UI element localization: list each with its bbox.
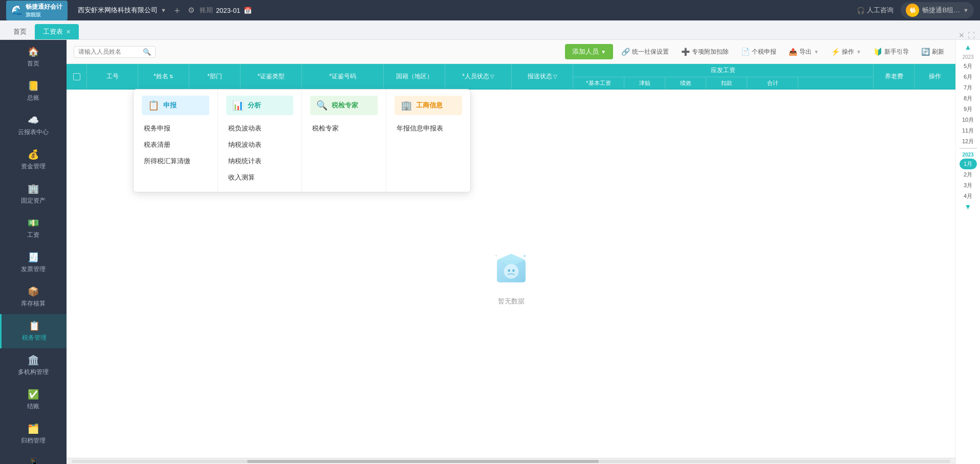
timeline-month-1[interactable]: 1月 <box>960 159 977 169</box>
scroll-thumb[interactable] <box>247 460 599 463</box>
tab-home[interactable]: 首页 <box>5 24 35 39</box>
sidebar-label-ledger: 总账 <box>27 94 39 102</box>
add-company-icon[interactable]: ＋ <box>171 5 183 16</box>
sidebar-label-tax: 税务管理 <box>22 334 47 342</box>
th-allowance: 津贴 <box>624 77 665 89</box>
svg-rect-3 <box>508 269 510 272</box>
sidebar-item-home[interactable]: 🏠 首页 <box>0 40 67 74</box>
name-sort-icon: ⇅ <box>169 74 173 79</box>
timeline-month-10[interactable]: 10月 <box>960 115 977 125</box>
operate-label: 操作 <box>842 48 854 56</box>
timeline-month-3[interactable]: 3月 <box>960 180 977 191</box>
popup-title-shenbao: 申报 <box>163 101 177 110</box>
popup-item-income-calc[interactable]: 收入测算 <box>226 169 294 186</box>
close-icon[interactable]: ✕ <box>66 29 71 35</box>
popup-item-tax-burden[interactable]: 税负波动表 <box>226 120 294 137</box>
popup-item-tax-declare[interactable]: 税务申报 <box>142 120 209 137</box>
popup-header-shuijian: 🔍 税检专家 <box>310 96 378 115</box>
service-button[interactable]: 🎧 人工咨询 <box>857 6 894 15</box>
sidebar-item-archive[interactable]: 🗂️ 归档管理 <box>0 417 67 451</box>
checkbox-header[interactable] <box>67 64 87 89</box>
popup-item-tax-table[interactable]: 税表清册 <box>142 137 209 153</box>
popup-item-tax-stats[interactable]: 纳税统计表 <box>226 153 294 169</box>
timeline-month-2[interactable]: 2月 <box>960 169 977 180</box>
sidebar-item-xiaochang[interactable]: 📱 小畅报销 <box>0 451 67 464</box>
annual-report-label: 年报信息申报表 <box>397 124 443 132</box>
settings-icon[interactable]: ⚙ <box>188 6 194 15</box>
sidebar-label-inventory: 库存核算 <box>21 299 46 308</box>
new-guide-button[interactable]: 🔰 新手引导 <box>869 46 913 58</box>
sidebar-item-inventory[interactable]: 📦 库存核算 <box>0 280 67 314</box>
timeline-month-9[interactable]: 9月 <box>960 104 977 115</box>
sidebar: 🏠 首页 📒 总账 ☁️ 云报表中心 💰 资金管理 🏢 固定资产 💵 工资 🧾 … <box>0 40 67 464</box>
svg-text:✦: ✦ <box>495 254 497 257</box>
status-filter-icon[interactable]: ▽ <box>490 74 494 79</box>
shuijian-icon: 🔍 <box>316 100 328 111</box>
timeline-month-12[interactable]: 12月 <box>960 136 977 147</box>
th-group-salary: 应发工资 *基本工资 津贴 绩效 扣款 合计 <box>573 64 874 89</box>
main-layout: 🏠 首页 📒 总账 ☁️ 云报表中心 💰 资金管理 🏢 固定资产 💵 工资 🧾 … <box>0 40 980 464</box>
popup-item-tax-expert[interactable]: 税检专家 <box>310 120 378 137</box>
th-total: 合计 <box>747 77 798 89</box>
invoice-icon: 🧾 <box>28 252 39 263</box>
popup-header-gongshang: 🏢 工商信息 <box>395 96 463 115</box>
refresh-button[interactable]: 🔄 刷新 <box>917 46 948 58</box>
popup-item-tax-payment[interactable]: 纳税波动表 <box>226 137 294 153</box>
export-button[interactable]: 📤 导出 ▼ <box>785 46 823 58</box>
th-id-number: *证鉴号码 <box>302 64 384 89</box>
app-title: 畅捷通好会计 <box>26 3 62 11</box>
group-salary-sub: *基本工资 津贴 绩效 扣款 合计 <box>573 77 873 89</box>
refresh-label: 刷新 <box>932 48 944 56</box>
timeline-year-prev: 2023 <box>962 54 973 60</box>
timeline-month-6[interactable]: 6月 <box>960 72 977 82</box>
svg-rect-4 <box>512 269 514 272</box>
timeline-month-5[interactable]: 5月 <box>960 61 977 72</box>
th-action: 操作 <box>914 64 955 89</box>
sidebar-item-tax[interactable]: 📋 税务管理 <box>0 314 67 348</box>
sidebar-item-multi[interactable]: 🏛️ 多机构管理 <box>0 348 67 383</box>
window-close-icon[interactable]: ✕ <box>959 31 965 39</box>
tax-report-button[interactable]: 📄 个税申报 <box>737 46 780 58</box>
report-filter-icon[interactable]: ▽ <box>553 74 557 79</box>
company-selector[interactable]: 西安虾米网络科技有限公司 ▼ <box>78 6 166 15</box>
timeline-month-11[interactable]: 11月 <box>960 125 977 136</box>
tab-salary[interactable]: 工资表 ✕ <box>35 24 79 39</box>
th-performance: 绩效 <box>665 77 706 89</box>
sidebar-item-settle[interactable]: ✅ 结账 <box>0 383 67 417</box>
special-deduction-button[interactable]: ➕ 专项附加扣除 <box>677 46 733 58</box>
operate-button[interactable]: ⚡ 操作 ▼ <box>827 46 865 58</box>
sidebar-item-fund[interactable]: 💰 资金管理 <box>0 143 67 177</box>
sidebar-item-ledger[interactable]: 📒 总账 <box>0 74 67 108</box>
timeline-month-8[interactable]: 8月 <box>960 93 977 104</box>
select-all-checkbox[interactable] <box>73 73 80 80</box>
timeline-up-icon[interactable]: ▲ <box>964 42 973 52</box>
popup-col-gongshang: 🏢 工商信息 年报信息申报表 <box>386 90 471 192</box>
timeline-month-4[interactable]: 4月 <box>960 191 977 202</box>
timeline-month-7[interactable]: 7月 <box>960 82 977 93</box>
horizontal-scrollbar[interactable] <box>72 460 950 463</box>
topbar-right: 🎧 人工咨询 畅 畅捷通B组… ▼ <box>857 2 974 18</box>
popup-item-income-settlement[interactable]: 所得税汇算清缴 <box>142 153 209 169</box>
popup-item-annual-report[interactable]: 年报信息申报表 <box>395 120 463 137</box>
search-input[interactable] <box>78 48 140 55</box>
calendar-icon: 📅 <box>244 7 252 14</box>
period-selector[interactable]: 账期 2023-01 📅 <box>200 6 252 15</box>
timeline-down-icon[interactable]: ▼ <box>964 202 973 212</box>
sidebar-item-cloud[interactable]: ☁️ 云报表中心 <box>0 108 67 143</box>
salary-icon: 💵 <box>28 217 39 229</box>
sidebar-label-cloud: 云报表中心 <box>18 128 49 137</box>
add-people-dropdown-icon: ▼ <box>601 49 606 55</box>
popup-header-fenxi: 📊 分析 <box>226 96 294 115</box>
popup-grid: 📋 申报 税务申报 税表清册 所得税汇算清缴 <box>134 90 470 192</box>
company-name: 西安虾米网络科技有限公司 <box>78 6 158 15</box>
sidebar-item-invoice[interactable]: 🧾 发票管理 <box>0 246 67 280</box>
sidebar-item-assets[interactable]: 🏢 固定资产 <box>0 177 67 211</box>
social-insurance-button[interactable]: 🔗 统一社保设置 <box>617 46 673 58</box>
archive-icon: 🗂️ <box>28 423 39 434</box>
sidebar-item-salary[interactable]: 💵 工资 <box>0 211 67 246</box>
add-people-button[interactable]: 添加人员 ▼ <box>565 44 613 59</box>
user-info[interactable]: 畅 畅捷通B组… ▼ <box>901 2 974 18</box>
cloud-icon: ☁️ <box>28 115 39 126</box>
window-maximize-icon[interactable]: ⛶ <box>968 31 975 39</box>
xiaochang-icon: 📱 <box>28 457 39 464</box>
